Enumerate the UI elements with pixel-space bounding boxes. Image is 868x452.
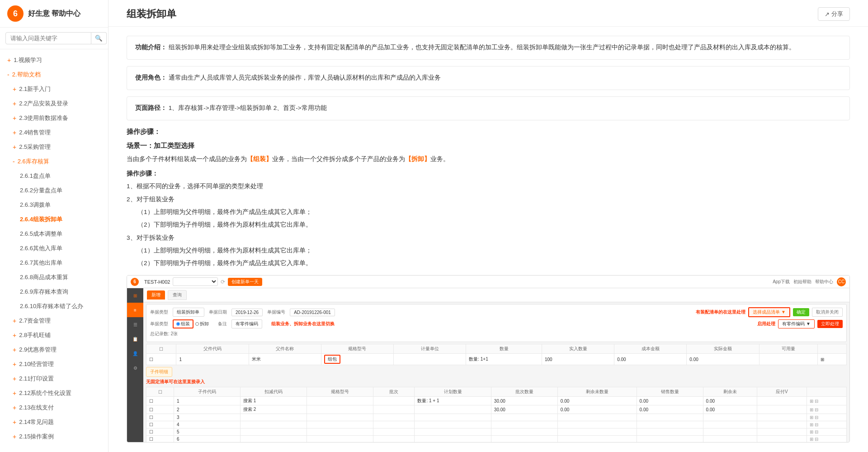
mock-lth-batch: 批次 [373, 387, 415, 397]
mock-remark-label: 备注 [218, 321, 227, 327]
mock-ltd-4-0: 5 [174, 428, 241, 436]
sidebar-item-cost-reset[interactable]: 2.6.8商品成本重算 [0, 270, 108, 285]
share-label: 分享 [831, 10, 843, 18]
search-button[interactable]: 🔍 [91, 32, 107, 44]
mock-cancel-btn[interactable]: 取消并关闭 [812, 308, 843, 317]
mock-ltd-5-5 [491, 436, 557, 442]
mock-ltd-4-2 [307, 428, 373, 436]
sidebar-item-label-custom: 2.12系统个性化设置 [19, 389, 71, 397]
mock-ltd-5-3 [373, 436, 415, 442]
mock-ltd-2-3 [373, 414, 415, 421]
mock-td-qty1: 数量: 1+1 [466, 354, 542, 365]
sidebar-item-purchase[interactable]: +2.5采购管理 [0, 140, 108, 154]
mock-ltd-2-2 [307, 414, 373, 421]
mock-enable-annotation: 启用处理 [757, 321, 775, 327]
mock-lower-row-2: ☐2搜索 230.000.000.000.00⊞ ⊟ [146, 405, 847, 414]
role-label: 使用角色： [135, 74, 167, 81]
mock-enable-btn[interactable]: 立即处理 [817, 320, 843, 328]
plus-icon: + [13, 129, 16, 136]
sidebar-item-data[interactable]: +2.3使用前数据准备 [0, 111, 108, 125]
search-input[interactable] [5, 32, 91, 44]
mock-ltd-1-1: 搜索 2 [240, 405, 307, 414]
mock-ltd-5-6 [557, 436, 637, 442]
plus-icon: + [13, 317, 16, 324]
mock-ltd-op-3: ⊞ ⊟ [807, 414, 846, 421]
mock-upper-table: ☐ 父件代码 父件名称 规格型号 计量单位 数量 实入数量 成本金额 [146, 344, 847, 365]
mock-company-select[interactable] [173, 277, 218, 286]
mock-confirm-btn[interactable]: 确定 [793, 308, 809, 316]
mock-enable-select[interactable]: 有零件编码 ▼ [778, 319, 815, 328]
mock-ltd-check-2[interactable]: ☐ [146, 405, 174, 414]
mock-ltd-check-4[interactable]: ☐ [146, 421, 174, 428]
mock-lower-table: ☐ 子件代码 扣减代码 规格型号 批次 计划数量 批次数量 剩余未数量 [146, 387, 847, 442]
mock-disassembly-radio-input[interactable] [195, 322, 199, 326]
mock-sidebar-item6: ⚙ [127, 361, 143, 375]
steps-body: 操作步骤： 1、根据不同的业务，选择不同单据的类型来处理 2、对于组装业务 （1… [127, 168, 850, 269]
mock-tab-new[interactable]: 新增 [147, 290, 165, 300]
sidebar-item-label-mobile: 2.8手机旺铺 [19, 331, 51, 339]
sidebar-item-split-stocktake[interactable]: 2.6.2分量盘点单 [0, 183, 108, 198]
mock-ltd-0-0: 1 [174, 397, 241, 405]
sidebar-item-custom[interactable]: +2.12系统个性化设置 [0, 386, 108, 400]
sidebar-item-label-faq: 2.14常见问题 [19, 418, 54, 426]
mock-tab-query[interactable]: 查询 [168, 290, 187, 300]
sidebar-item-stock-query[interactable]: 2.6.9库存账本查询 [0, 285, 108, 299]
mock-ltd-3-7 [637, 421, 703, 428]
sidebar-item-online-pay[interactable]: +2.13在线支付 [0, 400, 108, 415]
mock-job-type-radio: 组装 拆卸 [173, 319, 209, 328]
sidebar-item-faq[interactable]: +2.14常见问题 [0, 415, 108, 429]
mock-ltd-check-3[interactable]: ☐ [146, 414, 174, 421]
sidebar-item-assembly[interactable]: 2.6.4组装拆卸单 [0, 212, 108, 227]
sidebar-item-inventory[interactable]: -2.6库存核算 [0, 154, 108, 169]
mock-disassembly-radio[interactable]: 拆卸 [195, 319, 209, 328]
mock-form-row2: 单据类型 组装 拆卸 备注 [150, 319, 843, 328]
mock-ltd-check-5[interactable]: ☐ [146, 428, 174, 436]
sidebar-item-coupon[interactable]: +2.9优惠券管理 [0, 343, 108, 357]
mock-form-row1: 单据类型 组装拆卸单 单据日期 2019-12-26 单据编号 AD-20191… [150, 307, 843, 317]
mock-remark-input[interactable]: 有零件编码 [231, 319, 262, 328]
mock-assembly-radio[interactable]: 组装 [173, 319, 193, 328]
sidebar-item-install[interactable]: +2.2产品安装及登录 [0, 96, 108, 111]
sidebar-item-mobile[interactable]: +2.8手机旺铺 [0, 328, 108, 343]
mock-date-label: 单据日期 [209, 309, 227, 315]
mock-init-help: 初始帮助 [793, 279, 811, 285]
mock-sidebar-home: ⊞ [127, 288, 143, 303]
sidebar-item-cases[interactable]: +2.15操作案例 [0, 429, 108, 444]
sidebar-item-other-out[interactable]: 2.6.7其他出库单 [0, 256, 108, 270]
mock-td-check1[interactable]: ☐ [146, 354, 176, 365]
mock-ltd-check-6[interactable]: ☐ [146, 436, 174, 442]
sidebar-item-video[interactable]: +1.视频学习 [0, 53, 108, 67]
content-body: 功能介绍： 组装拆卸单用来处理企业组装或拆卸等加工业务，支持有固定装配清单的产品… [108, 27, 868, 452]
mock-assembly-radio-input[interactable] [176, 322, 180, 326]
sidebar-item-sales[interactable]: +2.4销售管理 [0, 125, 108, 140]
sidebar-item-print[interactable]: +2.11打印设置 [0, 371, 108, 386]
sidebar-item-docs[interactable]: -2.帮助文档 [0, 67, 108, 82]
mock-bom-select[interactable]: 选择成品清单 ▼ [748, 307, 790, 317]
share-button[interactable]: ↗ 分享 [818, 7, 850, 21]
sidebar-item-other-in[interactable]: 2.6.6其他入库单 [0, 241, 108, 256]
sidebar-item-operate[interactable]: +2.10经营管理 [0, 357, 108, 371]
mock-date-input[interactable]: 2019-12-26 [231, 309, 263, 316]
sidebar-item-stocktake[interactable]: 2.6.1盘点单 [0, 169, 108, 183]
mock-ltd-0-9 [757, 397, 807, 405]
sidebar-item-adjust[interactable]: 2.6.3调拨单 [0, 198, 108, 212]
sidebar-item-stock-error[interactable]: 2.6.10库存账本错了么办 [0, 299, 108, 314]
mock-lth-check: ☐ [146, 387, 174, 397]
search-icon: 🔍 [95, 35, 103, 42]
sidebar-item-cost-adjust[interactable]: 2.6.5成本调整单 [0, 227, 108, 241]
mock-create-btn[interactable]: 创建新单一天 [228, 278, 262, 286]
sidebar-item-label-stock-error: 2.6.10库存账本错了么办 [20, 302, 83, 310]
mock-enable-area: 启用处理 有零件编码 ▼ 立即处理 [757, 319, 843, 328]
mock-sub-annotation: 无固定清单可在这里直接录入 [146, 379, 847, 385]
plus-icon: + [13, 375, 16, 382]
sidebar-item-finance[interactable]: +2.7资金管理 [0, 314, 108, 328]
mock-doc-type-input[interactable]: 组装拆卸单 [173, 308, 204, 317]
mock-ltd-0-5: 30.00 [491, 397, 557, 405]
mock-ltd-0-7: 0.00 [637, 397, 703, 405]
mock-tabs: 新增 查询 [143, 288, 849, 302]
mock-num-input[interactable]: AD-20191226-001 [290, 309, 335, 316]
mock-ltd-1-5: 30.00 [491, 405, 557, 414]
sidebar-item-newcomer[interactable]: +2.1新手入门 [0, 82, 108, 96]
mock-th-actual-qty: 实入数量 [542, 344, 614, 354]
mock-ltd-check-1[interactable]: ☐ [146, 397, 174, 405]
